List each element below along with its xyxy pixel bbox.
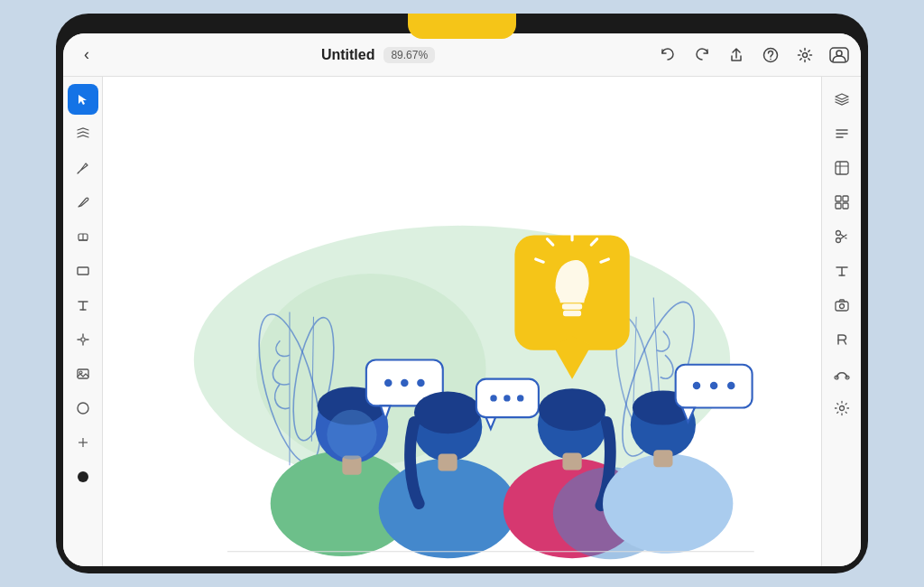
svg-rect-83 bbox=[836, 302, 848, 311]
redo-button[interactable] bbox=[691, 44, 713, 66]
svg-point-67 bbox=[727, 382, 735, 389]
transform-tool[interactable] bbox=[68, 118, 98, 149]
svg-point-31 bbox=[327, 410, 376, 460]
curve-button[interactable] bbox=[827, 359, 857, 389]
layout-tool[interactable] bbox=[68, 427, 98, 458]
character-button[interactable] bbox=[827, 324, 857, 355]
svg-point-43 bbox=[504, 395, 510, 401]
svg-point-16 bbox=[78, 471, 88, 482]
svg-rect-77 bbox=[843, 196, 848, 201]
account-button[interactable] bbox=[828, 44, 850, 66]
svg-point-33 bbox=[384, 379, 392, 387]
svg-point-2 bbox=[803, 52, 808, 57]
svg-point-44 bbox=[517, 395, 523, 401]
eraser-tool[interactable] bbox=[68, 221, 98, 252]
home-button[interactable] bbox=[408, 14, 516, 39]
svg-point-42 bbox=[490, 395, 496, 401]
help-button[interactable] bbox=[760, 44, 781, 66]
svg-rect-63 bbox=[653, 450, 672, 467]
right-toolbar bbox=[821, 77, 861, 566]
pen-tool[interactable] bbox=[68, 153, 98, 183]
svg-rect-40 bbox=[438, 453, 457, 471]
svg-point-13 bbox=[78, 403, 88, 414]
svg-point-37 bbox=[379, 459, 517, 558]
pencil-tool[interactable] bbox=[68, 187, 98, 218]
type-button[interactable] bbox=[827, 256, 857, 286]
svg-point-1 bbox=[770, 58, 772, 60]
image-tool[interactable] bbox=[68, 359, 98, 389]
svg-point-39 bbox=[414, 391, 481, 433]
svg-point-60 bbox=[603, 453, 733, 553]
svg-rect-8 bbox=[78, 267, 88, 275]
document-title: Untitled bbox=[321, 47, 375, 63]
device-top-bar bbox=[63, 21, 861, 33]
svg-rect-52 bbox=[562, 304, 581, 309]
cut-button[interactable] bbox=[827, 221, 857, 252]
select-tool[interactable] bbox=[68, 84, 98, 115]
screen: ‹ Untitled 89.67% bbox=[63, 33, 861, 566]
svg-point-84 bbox=[839, 304, 844, 309]
svg-rect-10 bbox=[81, 338, 85, 341]
svg-point-65 bbox=[693, 382, 700, 389]
record-tool[interactable] bbox=[68, 461, 98, 492]
top-toolbar: ‹ Untitled 89.67% bbox=[63, 33, 861, 77]
back-button[interactable]: ‹ bbox=[74, 42, 99, 68]
svg-point-81 bbox=[836, 231, 840, 236]
svg-point-80 bbox=[836, 238, 840, 243]
toolbar-title-area: Untitled 89.67% bbox=[106, 47, 650, 63]
text-tool[interactable] bbox=[68, 290, 98, 321]
svg-point-35 bbox=[417, 379, 424, 387]
export-button[interactable] bbox=[827, 290, 857, 321]
document-settings-button[interactable] bbox=[827, 393, 857, 424]
svg-point-12 bbox=[79, 371, 82, 374]
svg-point-88 bbox=[839, 406, 844, 411]
svg-rect-78 bbox=[836, 203, 841, 209]
svg-point-58 bbox=[539, 388, 605, 431]
svg-point-34 bbox=[401, 379, 408, 387]
toolbar-actions bbox=[657, 44, 850, 66]
left-toolbar bbox=[63, 77, 103, 566]
canvas-area[interactable] bbox=[103, 77, 821, 566]
component-button[interactable] bbox=[827, 187, 857, 218]
svg-rect-73 bbox=[836, 162, 848, 174]
anchor-tool[interactable] bbox=[68, 324, 98, 355]
share-button[interactable] bbox=[725, 44, 747, 66]
svg-rect-59 bbox=[562, 452, 581, 470]
svg-rect-79 bbox=[843, 203, 848, 209]
svg-point-4 bbox=[836, 51, 842, 56]
zoom-level[interactable]: 89.67% bbox=[383, 47, 435, 63]
back-icon: ‹ bbox=[84, 45, 89, 64]
device-frame: ‹ Untitled 89.67% bbox=[56, 14, 868, 573]
assets-panel-button[interactable] bbox=[827, 118, 857, 149]
svg-rect-76 bbox=[836, 196, 841, 201]
undo-button[interactable] bbox=[657, 44, 679, 66]
main-area bbox=[63, 77, 861, 566]
svg-point-66 bbox=[710, 382, 717, 389]
library-button[interactable] bbox=[827, 153, 857, 183]
ellipse-tool[interactable] bbox=[68, 393, 98, 424]
rectangle-tool[interactable] bbox=[68, 256, 98, 286]
settings-button[interactable] bbox=[794, 44, 816, 66]
svg-rect-53 bbox=[564, 311, 581, 315]
layers-panel-button[interactable] bbox=[827, 84, 857, 115]
